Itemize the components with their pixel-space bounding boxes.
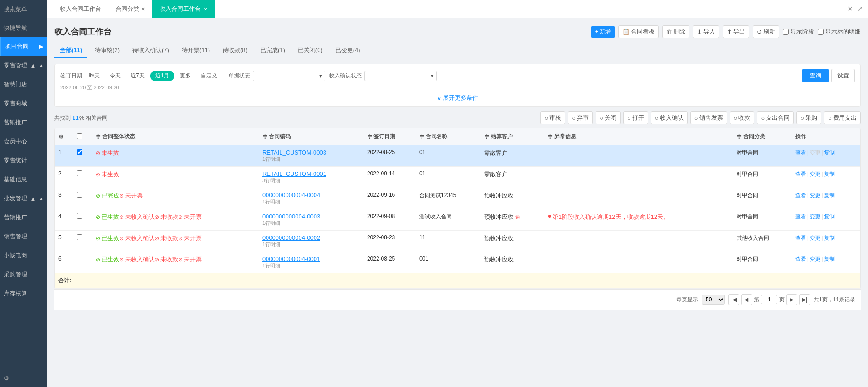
row-checkbox[interactable] [77, 170, 82, 176]
op-btn-变更[interactable]: 变更 [810, 171, 820, 177]
row-checkbox[interactable] [77, 149, 82, 155]
window-close-icon[interactable]: ✕ [847, 5, 853, 13]
contract-code-link[interactable]: RETAIL_CUSTOM-0001 [262, 170, 326, 177]
tab-home[interactable]: 收入合同工作台 [53, 0, 108, 18]
export-button[interactable]: ⬆ 导出 [723, 25, 749, 38]
show-detail-checkbox[interactable]: 显示标的明细 [818, 28, 861, 36]
col-settings[interactable]: ⚙ [55, 128, 73, 145]
status-tab-closed[interactable]: 已关闭(0) [292, 44, 328, 58]
date-btn-yesterday[interactable]: 昨天 [85, 71, 104, 81]
page-number-input[interactable] [761, 295, 777, 304]
refresh-button[interactable]: ↺ 刷新 [753, 25, 779, 38]
sidebar-item-inventory[interactable]: 库存核算 [0, 284, 47, 303]
close-income-contract-workbench[interactable]: ✕ [204, 0, 208, 18]
show-stage-checkbox[interactable]: 显示阶段 [783, 28, 814, 36]
sidebar-item-purchase-mgmt[interactable]: 采购管理 [0, 265, 47, 284]
sidebar-quick-nav[interactable]: 快捷导航 [0, 19, 47, 37]
page-last-btn[interactable]: ▶| [799, 294, 810, 305]
op-btn-变更[interactable]: 变更 [810, 256, 820, 262]
sidebar-item-smart-store[interactable]: 智慧门店 [0, 75, 47, 94]
status-tab-pending-income-confirm[interactable]: 待收入确认(7) [127, 44, 175, 58]
status-icon: ⊘ [155, 214, 159, 220]
row-checkbox[interactable] [77, 192, 82, 198]
doc-status-select[interactable]: ▾ [253, 71, 325, 81]
tab-contract-classify[interactable]: 合同分类 ✕ [108, 0, 152, 18]
status-tab-pending-invoice[interactable]: 待开票(11) [176, 44, 215, 58]
sidebar-item-sales-mgmt[interactable]: 销售管理 [0, 227, 47, 246]
sidebar-item-retail-stats[interactable]: 零售统计 [0, 151, 47, 170]
sidebar-item-retail-mgmt[interactable]: 零售管理 ▲ [0, 56, 47, 75]
date-btn-last7days[interactable]: 近7天 [126, 71, 149, 81]
sidebar-item-xiaochang[interactable]: 小畅电商 [0, 246, 47, 265]
page-first-btn[interactable]: |◀ [728, 294, 739, 305]
sidebar-search[interactable]: 搜索菜单 [0, 0, 47, 19]
sidebar-item-member-center[interactable]: 会员中心 [0, 132, 47, 151]
date-btn-last1month[interactable]: 近1月 [150, 71, 175, 81]
page-next-btn[interactable]: ▶ [786, 294, 797, 305]
action-review[interactable]: ○ 审核 [540, 111, 565, 124]
per-page-select[interactable]: 50 100 200 [702, 295, 725, 305]
action-abandon[interactable]: ○ 弃审 [568, 111, 593, 124]
contract-code-link[interactable]: 0000000000004-0002 [262, 234, 320, 241]
op-btn-复制[interactable]: 复制 [824, 192, 835, 198]
op-btn-查看[interactable]: 查看 [795, 192, 806, 198]
op-btn-复制[interactable]: 复制 [824, 256, 835, 262]
sidebar-item-marketing[interactable]: 营销推广 [0, 113, 47, 132]
import-button[interactable]: ⬇ 导入 [693, 25, 719, 38]
action-sales-invoice[interactable]: ○ 销售发票 [690, 111, 727, 124]
row-checkbox[interactable] [77, 234, 82, 240]
op-btn-变更[interactable]: 变更 [810, 213, 820, 220]
action-expense-contract[interactable]: ○ 支出合同 [757, 111, 794, 124]
op-btn-复制[interactable]: 复制 [824, 235, 835, 241]
sidebar-settings[interactable]: ⚙ [0, 369, 47, 387]
contract-code-link[interactable]: 0000000000004-0004 [262, 192, 320, 198]
date-btn-custom[interactable]: 自定义 [197, 71, 221, 81]
query-button[interactable]: 查询 [802, 69, 829, 82]
tab-income-contract-workbench[interactable]: 收入合同工作台 ✕ [152, 0, 215, 18]
op-btn-查看[interactable]: 查看 [795, 150, 806, 156]
add-button[interactable]: + 新增 [591, 26, 615, 38]
action-purchase[interactable]: ○ 采购 [796, 111, 821, 124]
status-tab-all[interactable]: 全部(11) [54, 44, 87, 58]
action-close[interactable]: ○ 关闭 [596, 111, 621, 124]
contract-code-link[interactable]: 0000000000004-0003 [262, 213, 320, 220]
sidebar-item-project-contract[interactable]: 项目合同 ▶ [0, 37, 47, 56]
op-btn-查看[interactable]: 查看 [795, 213, 806, 220]
delete-button[interactable]: 🗑 删除 [662, 25, 689, 38]
sidebar-item-wholesale-mgmt[interactable]: 批发管理 ▲ [0, 189, 47, 208]
window-expand-icon[interactable]: ⤢ [857, 5, 863, 13]
row-checkbox[interactable] [77, 256, 82, 261]
op-btn-查看[interactable]: 查看 [795, 171, 806, 177]
col-checkbox[interactable] [73, 128, 92, 145]
close-contract-classify[interactable]: ✕ [141, 6, 145, 12]
kanban-button[interactable]: 📋 合同看板 [618, 25, 659, 38]
page-prev-btn[interactable]: ◀ [741, 294, 752, 305]
sidebar-item-marketing2[interactable]: 营销推广 [0, 208, 47, 227]
status-tab-pending-collection[interactable]: 待收款(8) [217, 44, 253, 58]
income-confirm-select[interactable]: ▾ [364, 71, 437, 81]
expand-more-btn[interactable]: ∨ 展开更多条件 [437, 94, 478, 102]
select-all-checkbox[interactable] [77, 133, 82, 139]
action-expense-out[interactable]: ○ 费用支出 [824, 111, 861, 124]
status-tab-changed[interactable]: 已变更(4) [330, 44, 366, 58]
op-btn-变更[interactable]: 变更 [810, 235, 820, 241]
sidebar-item-retail-commerce[interactable]: 零售商城 [0, 94, 47, 113]
op-btn-复制[interactable]: 复制 [824, 171, 835, 177]
date-btn-more[interactable]: 更多 [176, 71, 195, 81]
op-btn-复制[interactable]: 复制 [824, 213, 835, 220]
status-tab-completed[interactable]: 已完成(1) [255, 44, 291, 58]
op-btn-查看[interactable]: 查看 [795, 256, 806, 262]
sidebar-item-basic-info[interactable]: 基础信息 [0, 170, 47, 189]
contract-code-link[interactable]: 0000000000004-0001 [262, 256, 320, 262]
contract-code-link[interactable]: RETAIL_CUSTOM-0003 [262, 149, 326, 156]
op-btn-复制[interactable]: 复制 [824, 150, 835, 156]
action-print[interactable]: ○ 打开 [623, 111, 648, 124]
status-tab-pending-review[interactable]: 待审核(2) [89, 44, 125, 58]
op-btn-变更[interactable]: 变更 [810, 192, 820, 198]
set-button[interactable]: 设置 [831, 69, 855, 82]
action-collection[interactable]: ○ 收款 [730, 111, 755, 124]
row-checkbox[interactable] [77, 213, 82, 219]
date-btn-today[interactable]: 今天 [106, 71, 125, 81]
op-btn-查看[interactable]: 查看 [795, 235, 806, 241]
action-income-confirm[interactable]: ○ 收入确认 [651, 111, 688, 124]
